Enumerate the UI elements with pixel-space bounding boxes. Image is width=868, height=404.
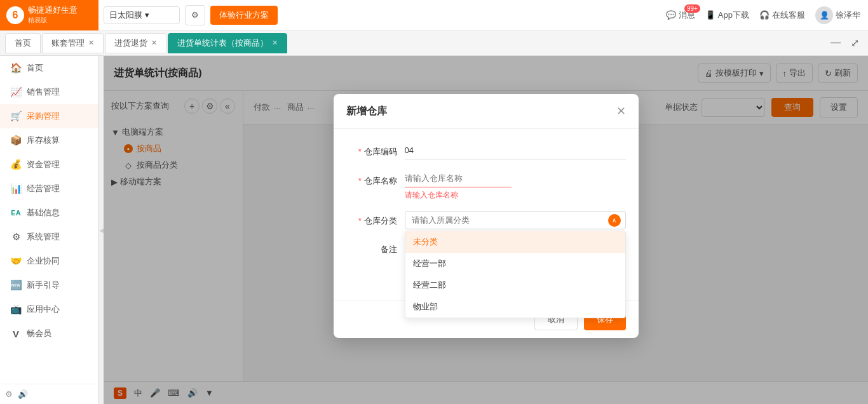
store-dropdown-icon: ▾ <box>145 10 149 20</box>
tab-purchase-stats[interactable]: 进货单统计表（按商品） ✕ <box>168 33 287 53</box>
tab-purchase-return-close[interactable]: ✕ <box>151 39 157 47</box>
sidebar-item-operation[interactable]: 📊 经营管理 <box>0 177 98 201</box>
enterprise-icon: 🤝 <box>10 255 22 267</box>
tab-minimize-button[interactable]: — <box>827 36 844 50</box>
main-layout: 🏠 首页 📈 销售管理 🛒 采购管理 📦 库存核算 💰 资金管理 📊 经营管理 … <box>0 56 868 404</box>
sidebar: 🏠 首页 📈 销售管理 🛒 采购管理 📦 库存核算 💰 资金管理 📊 经营管理 … <box>0 56 98 404</box>
dropdown-item-dept2[interactable]: 经营二部 <box>405 274 625 296</box>
sidebar-inventory-label: 库存核算 <box>27 135 60 146</box>
phone-icon: 📱 <box>705 10 715 20</box>
name-input[interactable] <box>405 170 512 187</box>
tab-purchase-stats-label: 进货单统计表（按商品） <box>177 37 268 49</box>
name-error-message: 请输入仓库名称 <box>405 191 458 199</box>
avatar: 👤 <box>815 6 833 24</box>
form-row-category: 仓库分类 ∧ 未分类 经营一部 经营二部 物业部 <box>346 211 626 229</box>
category-arrow-button[interactable]: ∧ <box>608 214 621 227</box>
form-row-name: 仓库名称 请输入仓库名称 <box>346 170 626 201</box>
sidebar-toggle[interactable]: ◀ <box>98 56 104 404</box>
store-name: 日太阳膜 <box>109 10 142 21</box>
inventory-icon: 📦 <box>10 135 22 146</box>
sidebar-basic-info-label: 基础信息 <box>27 207 60 219</box>
user-profile[interactable]: 👤 徐泽华 <box>815 6 860 24</box>
basic-info-icon: EA <box>10 207 22 219</box>
sidebar-item-purchase[interactable]: 🛒 采购管理 <box>0 104 98 128</box>
sidebar-app-center-label: 应用中心 <box>27 304 60 315</box>
category-input[interactable] <box>405 211 626 229</box>
logo-text-area: 畅捷通好生意 精易版 <box>28 5 78 25</box>
messages-badge: 99+ <box>684 4 700 13</box>
sidebar-home-label: 首页 <box>27 62 43 74</box>
category-select-wrapper: ∧ 未分类 经营一部 经营二部 物业部 <box>405 211 626 229</box>
sidebar-item-guide[interactable]: 🆕 新手引导 <box>0 273 98 297</box>
sidebar-item-finance[interactable]: 💰 资金管理 <box>0 152 98 177</box>
category-dropdown: 未分类 经营一部 经营二部 物业部 <box>405 231 626 318</box>
dropdown-item-uncategorized[interactable]: 未分类 <box>405 231 625 253</box>
tab-account[interactable]: 账套管理 ✕ <box>42 33 104 53</box>
headset-icon: 🎧 <box>759 10 770 20</box>
modal-body: 仓库编码 仓库名称 请输入仓库名称 <box>334 129 639 300</box>
sidebar-finance-label: 资金管理 <box>27 159 60 170</box>
top-bar: 6 畅捷通好生意 精易版 日太阳膜 ▾ ⚙ 体验行业方案 💬 消息 99+ 📱 … <box>0 0 868 30</box>
messages-button[interactable]: 💬 消息 99+ <box>666 10 695 21</box>
home-icon: 🏠 <box>10 62 22 74</box>
tab-maximize-button[interactable]: ⤢ <box>847 36 863 50</box>
tab-purchase-return-label: 进货退货 <box>114 37 147 49</box>
tab-home-label: 首页 <box>15 37 31 49</box>
form-row-code: 仓库编码 <box>346 142 626 159</box>
sidebar-item-enterprise[interactable]: 🤝 企业协同 <box>0 249 98 273</box>
sales-icon: 📈 <box>10 86 22 98</box>
sidebar-sound-icon[interactable]: 🔊 <box>18 389 28 399</box>
app-download-button[interactable]: 📱 App下载 <box>705 10 749 21</box>
sidebar-item-system[interactable]: ⚙ 系统管理 <box>0 225 98 249</box>
tab-home[interactable]: 首页 <box>5 33 41 53</box>
category-label: 仓库分类 <box>346 211 397 227</box>
tab-controls: — ⤢ <box>827 36 863 50</box>
tab-account-close[interactable]: ✕ <box>88 39 94 47</box>
trial-button[interactable]: 体验行业方案 <box>210 6 278 25</box>
tab-bar: 首页 账套管理 ✕ 进货退货 ✕ 进货单统计表（按商品） ✕ — ⤢ <box>0 30 868 56</box>
vip-icon: V <box>10 328 22 339</box>
name-row-inner: 仓库名称 <box>346 170 512 187</box>
sidebar-sales-label: 销售管理 <box>27 86 60 98</box>
online-service-button[interactable]: 🎧 在线客服 <box>759 10 805 21</box>
modal-close-button[interactable]: ✕ <box>616 104 626 118</box>
dropdown-item-dept1[interactable]: 经营一部 <box>405 253 625 274</box>
dropdown-item-dept3[interactable]: 物业部 <box>405 296 625 318</box>
sidebar-system-label: 系统管理 <box>27 231 60 243</box>
modal-overlay[interactable]: 新增仓库 ✕ 仓库编码 仓库名称 <box>104 56 868 404</box>
tab-purchase-return[interactable]: 进货退货 ✕ <box>105 33 166 53</box>
sidebar-item-inventory[interactable]: 📦 库存核算 <box>0 128 98 152</box>
sidebar-item-basic-info[interactable]: EA 基础信息 <box>0 201 98 225</box>
username: 徐泽华 <box>836 10 860 21</box>
sidebar-item-sales[interactable]: 📈 销售管理 <box>0 80 98 104</box>
settings-button[interactable]: ⚙ <box>185 5 205 25</box>
app-version: 精易版 <box>28 16 78 25</box>
app-center-icon: 📺 <box>10 304 22 315</box>
logo-icon: 6 <box>6 6 24 24</box>
sidebar-operation-label: 经营管理 <box>27 183 60 194</box>
sidebar-item-app-center[interactable]: 📺 应用中心 <box>0 297 98 321</box>
sidebar-guide-label: 新手引导 <box>27 279 60 291</box>
online-service-label: 在线客服 <box>772 10 805 21</box>
purchase-icon: 🛒 <box>10 111 22 122</box>
sidebar-purchase-label: 采购管理 <box>27 111 60 122</box>
system-icon: ⚙ <box>10 231 22 243</box>
message-icon: 💬 <box>666 10 676 20</box>
tab-purchase-stats-close[interactable]: ✕ <box>272 39 278 47</box>
store-selector[interactable]: 日太阳膜 ▾ <box>104 6 180 24</box>
modal-header: 新增仓库 ✕ <box>334 94 639 129</box>
sidebar-enterprise-label: 企业协同 <box>27 255 60 267</box>
code-label: 仓库编码 <box>346 142 397 158</box>
sidebar-item-vip[interactable]: V 畅会员 <box>0 321 98 346</box>
sidebar-vip-label: 畅会员 <box>27 328 51 339</box>
finance-icon: 💰 <box>10 159 22 170</box>
sidebar-settings-icon[interactable]: ⚙ <box>5 389 13 399</box>
top-actions: 💬 消息 99+ 📱 App下载 🎧 在线客服 👤 徐泽华 <box>666 6 860 24</box>
name-label: 仓库名称 <box>346 171 397 187</box>
modal-title: 新增仓库 <box>346 105 387 118</box>
gear-icon: ⚙ <box>191 10 199 20</box>
sidebar-bottom: ⚙ 🔊 <box>0 384 98 404</box>
notes-label: 备注 <box>346 239 397 255</box>
sidebar-item-home[interactable]: 🏠 首页 <box>0 56 98 80</box>
code-input[interactable] <box>405 142 626 159</box>
